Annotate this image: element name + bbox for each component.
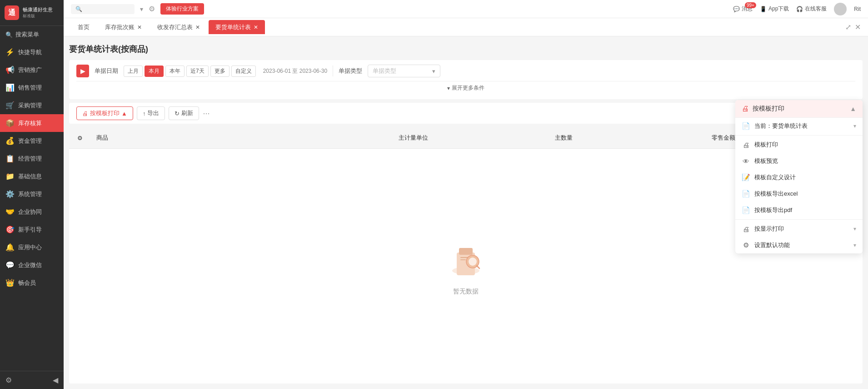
print-dropdown-arrow: ▲ (121, 110, 127, 117)
sidebar-nav: ⚡ 快捷导航 📢 营销推广 📊 销售管理 🛒 采购管理 📦 库存核算 💰 资金管… (0, 43, 64, 371)
refresh-label: 刷新 (181, 109, 193, 117)
sidebar-item-system[interactable]: ⚙️ 系统管理 (0, 185, 64, 203)
tab-inventory-batch-close[interactable]: ✕ (137, 24, 142, 30)
sidebar-item-membership[interactable]: 👑 畅会员 (0, 274, 64, 292)
dropdown-default-func[interactable]: ⚙ 设置默认功能 ▾ (735, 237, 863, 253)
print-icon: 🖨 (82, 110, 88, 117)
sidebar-item-operations[interactable]: 📋 经营管理 (0, 150, 64, 167)
user-avatar[interactable] (834, 3, 847, 15)
tab-inventory-batch[interactable]: 库存批次账 ✕ (98, 20, 149, 34)
display-print-label: 按显示打印 (754, 225, 784, 233)
prev-month-btn[interactable]: 上月 (124, 66, 143, 77)
main-area: 🔍 ▾ ⚙ 体验行业方案 💬 消息 99+ 📱 App下载 🎧 在线客服 Rit (64, 0, 868, 389)
expand-more-button[interactable]: ▾ 展开更多条件 (447, 84, 484, 92)
export-pdf-icon: 📄 (742, 206, 750, 214)
sidebar-item-sales[interactable]: 📊 销售管理 (0, 79, 64, 96)
tab-order-stats[interactable]: 要货单统计表 ✕ (209, 20, 265, 34)
print-template-button[interactable]: 🖨 按模板打印 ▲ (76, 106, 133, 120)
custom-date-btn[interactable]: 自定义 (231, 66, 256, 77)
dropdown-export-pdf[interactable]: 📄 按模板导出pdf (735, 202, 863, 218)
dropdown-current-template[interactable]: 📄 当前：要货单统计表 ▾ (735, 118, 863, 134)
export-button[interactable]: ↑ 导出 (137, 106, 165, 120)
sidebar-item-basic-info[interactable]: 📁 基础信息 (0, 167, 64, 185)
tab-receipt-summary-label: 收发存汇总表 (157, 23, 193, 31)
tab-receipt-summary[interactable]: 收发存汇总表 ✕ (150, 20, 207, 34)
more-date-btn[interactable]: 更多 (210, 66, 229, 77)
sidebar-item-label: 应用中心 (18, 243, 42, 252)
close-tab-window-icon[interactable]: ✕ (855, 23, 861, 31)
sidebar-item-marketing[interactable]: 📢 营销推广 (0, 61, 64, 79)
sidebar-item-inventory[interactable]: 📦 库存核算 (0, 114, 64, 132)
tab-inventory-batch-label: 库存批次账 (105, 23, 135, 31)
sidebar-item-quick-nav[interactable]: ⚡ 快捷导航 (0, 43, 64, 61)
system-icon: ⚙️ (5, 190, 15, 198)
current-year-btn[interactable]: 本年 (165, 66, 185, 77)
current-month-btn[interactable]: 本月 (145, 66, 164, 77)
header-gear-icon[interactable]: ⚙ (149, 5, 155, 13)
settings-bottom-icon[interactable]: ⚙ (5, 376, 12, 384)
tab-home[interactable]: 首页 (71, 20, 96, 34)
notifications-badge: 99+ (745, 2, 756, 8)
refresh-button[interactable]: ↻ 刷新 (169, 106, 199, 120)
template-design-label: 模板自定义设计 (754, 173, 856, 182)
current-template-label: 当前：要货单统计表 (754, 122, 849, 130)
finance-icon: 💰 (5, 136, 15, 145)
app-download-btn[interactable]: 📱 App下载 (760, 5, 789, 13)
default-func-icon: ⚙ (742, 241, 750, 249)
dropdown-template-preview[interactable]: 👁 模板预览 (735, 153, 863, 169)
export-pdf-label: 按模板导出pdf (754, 206, 856, 214)
sidebar-search[interactable]: 🔍 搜索菜单 (0, 26, 64, 43)
template-print-icon: 🖨 (742, 141, 750, 149)
export-icon: ↑ (143, 110, 146, 117)
sidebar-item-appstore[interactable]: 🔔 应用中心 (0, 238, 64, 256)
date-range-text: 2023-06-01 至 2023-06-30 (263, 67, 327, 75)
trial-button[interactable]: 体验行业方案 (160, 3, 204, 15)
column-settings-icon[interactable]: ⚙ (77, 135, 83, 141)
logo-text: 畅康通好生意 (23, 6, 53, 13)
search-icon: 🔍 (5, 31, 13, 38)
header-search-box[interactable]: 🔍 (71, 4, 135, 14)
tab-home-label: 首页 (78, 23, 90, 31)
export-label: 导出 (147, 109, 159, 117)
notifications-btn[interactable]: 💬 消息 99+ (733, 5, 753, 13)
sidebar-item-wecom[interactable]: 💬 企业微信 (0, 256, 64, 274)
print-header-icon: 🖨 (742, 105, 749, 113)
dropdown-display-print[interactable]: 🖨 按显示打印 ▾ (735, 221, 863, 237)
sidebar-item-finance[interactable]: 💰 资金管理 (0, 132, 64, 150)
header-dropdown-arrow[interactable]: ▾ (140, 5, 143, 13)
app-download-label: App下载 (768, 5, 789, 13)
customer-service-btn[interactable]: 🎧 在线客服 (796, 5, 827, 13)
maximize-icon[interactable]: ⤢ (845, 23, 851, 31)
voucher-type-dropdown[interactable]: 单据类型 ▾ (368, 65, 440, 77)
more-actions-icon[interactable]: ··· (203, 109, 210, 118)
filter-container: ▶ 单据日期 上月 本月 本年 近7天 更多 自定义 2023-06-01 至 … (69, 60, 863, 99)
cooperation-icon: 🤝 (5, 207, 15, 216)
sidebar-item-guide[interactable]: 🎯 新手引导 (0, 221, 64, 238)
default-func-arrow: ▾ (853, 242, 856, 248)
svg-line-5 (477, 266, 479, 268)
filter-expand-button[interactable]: ▶ (76, 65, 89, 77)
display-print-left: 🖨 按显示打印 (742, 225, 784, 233)
dropdown-export-excel[interactable]: 📄 按模板导出excel (735, 186, 863, 202)
dropdown-template-design[interactable]: 📝 模板自定义设计 (735, 169, 863, 186)
collapse-icon[interactable]: ◀ (53, 376, 58, 384)
page-title: 要货单统计表(按商品) (69, 42, 863, 56)
tab-receipt-summary-close[interactable]: ✕ (195, 24, 200, 30)
current-template-arrow: ▾ (853, 123, 856, 129)
marketing-icon: 📢 (5, 66, 15, 74)
empty-state: 暂无数据 (443, 237, 489, 296)
tabs-bar: 首页 库存批次账 ✕ 收发存汇总表 ✕ 要货单统计表 ✕ ⤢ ✕ (64, 18, 868, 36)
svg-point-4 (469, 258, 477, 266)
sidebar-item-label: 经营管理 (18, 155, 42, 163)
empty-icon (443, 237, 489, 282)
th-settings[interactable]: ⚙ (69, 132, 91, 144)
basic-info-icon: 📁 (5, 172, 15, 181)
tab-order-stats-close[interactable]: ✕ (254, 24, 258, 30)
dropdown-template-print[interactable]: 🖨 模板打印 (735, 136, 863, 153)
sidebar-item-label: 畅会员 (18, 279, 36, 287)
voucher-type-value: 单据类型 (373, 67, 429, 75)
dropdown-close-btn[interactable]: ▲ (850, 105, 856, 112)
sidebar-item-cooperation[interactable]: 🤝 企业协同 (0, 203, 64, 221)
last-7-days-btn[interactable]: 近7天 (186, 66, 209, 77)
sidebar-item-purchase[interactable]: 🛒 采购管理 (0, 96, 64, 114)
